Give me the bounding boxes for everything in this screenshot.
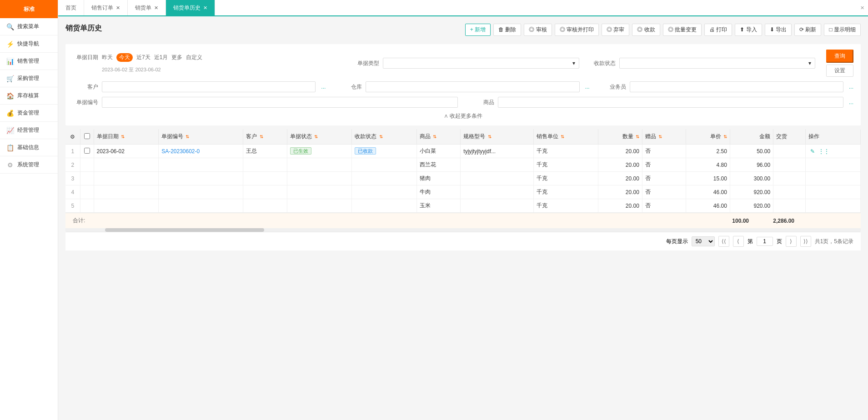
tab-close-sales-goods[interactable]: ✕ — [154, 5, 158, 11]
prev-page-button[interactable]: ⟨ — [733, 236, 744, 247]
tab-home[interactable]: 首页 — [58, 0, 84, 15]
row-amount: 920.00 — [730, 185, 773, 199]
row-doc-status — [287, 185, 352, 199]
col-doc-date[interactable]: 单据日期 ⇅ — [94, 129, 159, 145]
refresh-button[interactable]: ⟳ 刷新 — [794, 24, 821, 36]
row-checkbox-cell[interactable] — [80, 158, 94, 172]
row-checkbox-cell[interactable] — [80, 185, 94, 199]
query-button[interactable]: 查询 — [826, 50, 853, 63]
shortcut-1month[interactable]: 近1月 — [154, 54, 168, 61]
horizontal-scrollbar[interactable] — [65, 228, 861, 232]
tab-close-sales-order[interactable]: ✕ — [116, 5, 120, 11]
row-checkbox-cell[interactable] — [80, 199, 94, 213]
audit-print-button[interactable]: ◎ 审核并打印 — [555, 24, 599, 36]
col-doc-status[interactable]: 单据状态 ⇅ — [287, 129, 352, 145]
customer-input[interactable] — [102, 81, 316, 92]
sidebar-item-finance-mgmt[interactable]: 💰 资金管理 — [0, 105, 58, 122]
shortcut-today[interactable]: 今天 — [116, 53, 133, 62]
sidebar-item-inventory[interactable]: 🏠 库存核算 — [0, 87, 58, 105]
tab-bar: 首页 销售订单 ✕ 销货单 ✕ 销货单历史 ✕ ✕ — [58, 0, 868, 16]
shortcut-more[interactable]: 更多 — [171, 54, 182, 61]
more-action-button[interactable]: ⋮⋮ — [817, 148, 831, 155]
row-sales-unit: 千克 — [533, 172, 598, 185]
next-page-button[interactable]: ⟩ — [786, 236, 797, 247]
col-qty[interactable]: 数量 ⇅ — [598, 129, 642, 145]
page-number-input[interactable] — [757, 237, 773, 246]
delete-button[interactable]: 🗑 删除 — [493, 24, 521, 36]
customer-label: 客户 — [73, 83, 98, 91]
col-gift[interactable]: 赠品 ⇅ — [642, 129, 686, 145]
sidebar-item-basic-info[interactable]: 📋 基础信息 — [0, 139, 58, 156]
basic-info-icon: 📋 — [6, 144, 14, 151]
table-row: 1 2023-06-02 SA-20230602-0 王总 已生效 已收款 小白… — [65, 145, 861, 158]
shortcut-7days[interactable]: 近7天 — [136, 54, 151, 61]
table-settings-icon[interactable]: ⚙ — [70, 134, 75, 140]
col-checkbox[interactable] — [80, 129, 94, 145]
import-button[interactable]: ⬆ 导入 — [735, 24, 762, 36]
page-label: 第 — [748, 238, 753, 245]
shortcut-custom[interactable]: 自定义 — [186, 54, 202, 61]
row-action — [806, 199, 861, 213]
row-gift: 否 — [642, 145, 686, 158]
sidebar-item-ops-mgmt[interactable]: 📈 经营管理 — [0, 122, 58, 139]
page-size-select[interactable]: 20 50 100 — [692, 236, 715, 246]
collect-status-select[interactable]: ▾ — [619, 58, 815, 69]
col-gear[interactable]: ⚙ — [65, 129, 80, 145]
tab-close-sales-history[interactable]: ✕ — [203, 5, 207, 11]
sidebar-item-search-menu[interactable]: 🔍 搜索菜单 — [0, 18, 58, 35]
col-sales-unit[interactable]: 销售单位 ⇅ — [533, 129, 598, 145]
tab-sales-history[interactable]: 销货单历史 ✕ — [166, 0, 215, 15]
sort-icon-qty: ⇅ — [636, 134, 639, 139]
first-page-button[interactable]: ⟨⟨ — [718, 236, 729, 247]
select-all-checkbox[interactable] — [84, 133, 90, 139]
row-checkbox-cell[interactable] — [80, 145, 94, 158]
setting-button[interactable]: 设置 — [826, 65, 853, 77]
sidebar-item-sys-mgmt[interactable]: ⚙ 系统管理 — [0, 156, 58, 174]
shortcut-yesterday[interactable]: 昨天 — [102, 54, 113, 61]
row-qty: 20.00 — [598, 199, 642, 213]
goods-input[interactable] — [498, 97, 843, 108]
new-button[interactable]: + 新增 — [465, 24, 491, 36]
collapse-filter-button[interactable]: ∧ 收起更多条件 — [73, 112, 853, 120]
doc-no-input[interactable] — [102, 97, 458, 108]
col-doc-no[interactable]: 单据编号 ⇅ — [159, 129, 243, 145]
chevron-up-icon: ∧ — [444, 113, 448, 119]
col-unit-price[interactable]: 单价 ⇅ — [686, 129, 730, 145]
doc-type-select[interactable]: ▾ — [383, 58, 579, 69]
batch-change-button[interactable]: ◎ 批量变更 — [663, 24, 702, 36]
col-collect-status[interactable]: 收款状态 ⇅ — [352, 129, 417, 145]
edit-action-button[interactable]: ✎ — [808, 148, 817, 155]
col-spec[interactable]: 规格型号 ⇅ — [461, 129, 533, 145]
warehouse-picker-button[interactable]: ... — [585, 84, 590, 90]
scrollbar-thumb[interactable] — [105, 228, 264, 232]
customer-picker-button[interactable]: ... — [321, 84, 326, 90]
sidebar-item-sales-mgmt[interactable]: 📊 销售管理 — [0, 53, 58, 70]
goods-picker-button[interactable]: ... — [849, 99, 853, 105]
warehouse-input[interactable] — [366, 81, 579, 92]
export-button[interactable]: ⬇ 导出 — [765, 24, 792, 36]
print-button[interactable]: 🖨 打印 — [704, 24, 732, 36]
main-area: 首页 销售订单 ✕ 销货单 ✕ 销货单历史 ✕ ✕ 销货单历史 + 新增 🗑 删… — [58, 0, 868, 420]
salesperson-picker-button[interactable]: ... — [849, 84, 853, 90]
last-page-button[interactable]: ⟩⟩ — [800, 236, 811, 247]
show-detail-button[interactable]: □ 显示明细 — [824, 24, 861, 36]
close-all-tabs-button[interactable]: ✕ — [860, 5, 864, 11]
audit-button[interactable]: ◎ 审核 — [524, 24, 552, 36]
doc-no-link[interactable]: SA-20230602-0 — [161, 148, 200, 155]
sidebar-item-purchase-mgmt[interactable]: 🛒 采购管理 — [0, 70, 58, 87]
tab-sales-order[interactable]: 销售订单 ✕ — [84, 0, 128, 15]
abandon-button[interactable]: ◎ 弃审 — [602, 24, 629, 36]
search-menu-icon: 🔍 — [6, 23, 14, 30]
col-customer[interactable]: 客户 ⇅ — [243, 129, 287, 145]
footer-label: 合计: — [73, 217, 85, 225]
salesperson-input[interactable] — [630, 81, 843, 92]
row-doc-no: SA-20230602-0 — [159, 145, 243, 158]
sidebar-item-quick-nav[interactable]: ⚡ 快捷导航 — [0, 35, 58, 53]
collect-button[interactable]: ◎ 收款 — [632, 24, 660, 36]
row-checkbox-cell[interactable] — [80, 172, 94, 185]
col-goods[interactable]: 商品 ⇅ — [416, 129, 461, 145]
row-checkbox[interactable] — [84, 148, 90, 154]
row-sales-unit: 千克 — [533, 199, 598, 213]
date-range-text: 2023-06-02 至 2023-06-02 — [102, 67, 161, 72]
tab-sales-goods[interactable]: 销货单 ✕ — [128, 0, 166, 15]
